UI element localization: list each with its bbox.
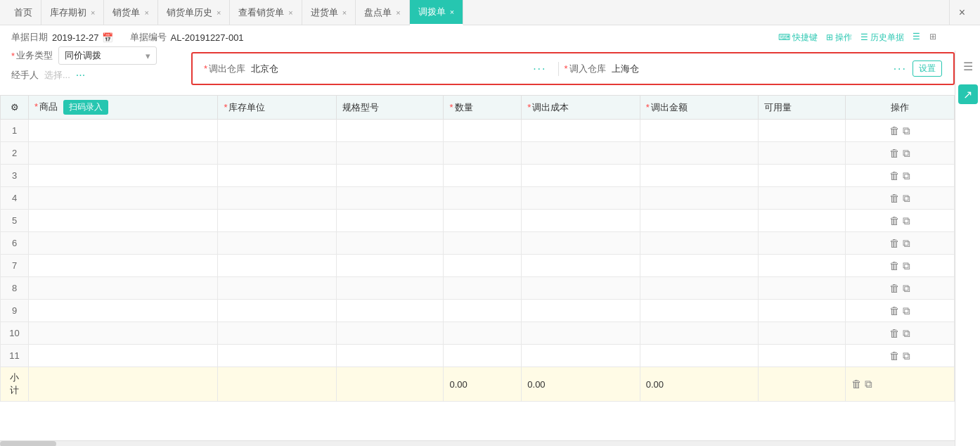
product-cell[interactable] bbox=[29, 232, 218, 255]
close-window-button[interactable]: × bbox=[949, 0, 974, 25]
delete-row-icon[interactable]: 🗑 bbox=[889, 282, 900, 294]
delete-row-icon[interactable]: 🗑 bbox=[889, 260, 900, 272]
spec-cell[interactable] bbox=[336, 277, 444, 300]
amount-cell[interactable] bbox=[640, 255, 758, 277]
product-cell[interactable] bbox=[29, 187, 218, 210]
copy-row-icon[interactable]: ⧉ bbox=[903, 170, 910, 182]
amount-cell[interactable] bbox=[640, 142, 758, 165]
unit-cell[interactable] bbox=[218, 210, 336, 232]
tab-transfer-order[interactable]: 调拨单 × bbox=[410, 0, 463, 25]
spec-cell[interactable] bbox=[336, 322, 444, 345]
avail-cell[interactable] bbox=[759, 300, 846, 322]
delete-row-icon[interactable]: 🗑 bbox=[889, 147, 900, 159]
avail-cell[interactable] bbox=[759, 187, 846, 210]
qty-cell[interactable] bbox=[444, 300, 522, 322]
scroll-thumb[interactable] bbox=[0, 441, 56, 446]
qty-cell[interactable] bbox=[444, 210, 522, 232]
scan-button[interactable]: 扫码录入 bbox=[63, 100, 108, 115]
unit-cell[interactable] bbox=[218, 300, 336, 322]
product-cell[interactable] bbox=[29, 255, 218, 277]
cost-cell[interactable] bbox=[522, 165, 640, 187]
warehouse-out-more-button[interactable]: ··· bbox=[527, 63, 552, 75]
copy-row-icon[interactable]: ⧉ bbox=[903, 215, 910, 227]
amount-cell[interactable] bbox=[640, 165, 758, 187]
cost-cell[interactable] bbox=[522, 232, 640, 255]
layout-grid-icon[interactable]: ⊞ bbox=[929, 32, 943, 43]
avail-cell[interactable] bbox=[759, 165, 846, 187]
qty-cell[interactable] bbox=[444, 165, 522, 187]
copy-row-icon[interactable]: ⧉ bbox=[903, 260, 910, 272]
avail-cell[interactable] bbox=[759, 232, 846, 255]
qty-cell[interactable] bbox=[444, 232, 522, 255]
tab-purchase-order[interactable]: 进货单 × bbox=[302, 0, 356, 25]
scroll-indicator[interactable] bbox=[0, 440, 955, 446]
unit-cell[interactable] bbox=[218, 345, 336, 367]
delete-row-icon[interactable]: 🗑 bbox=[889, 215, 900, 227]
spec-cell[interactable] bbox=[336, 165, 444, 187]
spec-cell[interactable] bbox=[336, 142, 444, 165]
spec-cell[interactable] bbox=[336, 255, 444, 277]
delete-row-icon[interactable]: 🗑 bbox=[889, 170, 900, 181]
copy-row-icon[interactable]: ⧉ bbox=[903, 327, 910, 340]
qty-cell[interactable] bbox=[444, 322, 522, 345]
amount-cell[interactable] bbox=[640, 277, 758, 300]
warehouse-in-more-button[interactable]: ··· bbox=[888, 63, 913, 75]
unit-cell[interactable] bbox=[218, 255, 336, 277]
amount-cell[interactable] bbox=[640, 300, 758, 322]
avail-cell[interactable] bbox=[759, 120, 846, 142]
cost-cell[interactable] bbox=[522, 120, 640, 142]
tab-home[interactable]: 首页 bbox=[6, 0, 41, 25]
delete-row-icon[interactable]: 🗑 bbox=[889, 305, 900, 317]
product-cell[interactable] bbox=[29, 277, 218, 300]
close-transfer-order[interactable]: × bbox=[450, 8, 454, 16]
product-cell[interactable] bbox=[29, 210, 218, 232]
right-panel-list-icon[interactable]: ☰ bbox=[958, 56, 978, 76]
copy-row-icon[interactable]: ⧉ bbox=[903, 282, 910, 295]
avail-cell[interactable] bbox=[759, 142, 846, 165]
cost-cell[interactable] bbox=[522, 142, 640, 165]
copy-row-icon[interactable]: ⧉ bbox=[903, 237, 910, 250]
spec-cell[interactable] bbox=[336, 345, 444, 367]
avail-cell[interactable] bbox=[759, 345, 846, 367]
layout-list-icon[interactable]: ☰ bbox=[913, 32, 927, 43]
spec-cell[interactable] bbox=[336, 120, 444, 142]
subtotal-delete-icon[interactable]: 🗑 bbox=[851, 378, 862, 390]
amount-cell[interactable] bbox=[640, 120, 758, 142]
amount-cell[interactable] bbox=[640, 322, 758, 345]
avail-cell[interactable] bbox=[759, 277, 846, 300]
unit-cell[interactable] bbox=[218, 187, 336, 210]
unit-cell[interactable] bbox=[218, 165, 336, 187]
qty-cell[interactable] bbox=[444, 277, 522, 300]
copy-row-icon[interactable]: ⧉ bbox=[903, 125, 910, 137]
unit-cell[interactable] bbox=[218, 277, 336, 300]
product-cell[interactable] bbox=[29, 322, 218, 345]
cost-cell[interactable] bbox=[522, 300, 640, 322]
cost-cell[interactable] bbox=[522, 277, 640, 300]
history-order-button[interactable]: ☰ 历史单据 bbox=[860, 32, 904, 44]
spec-cell[interactable] bbox=[336, 210, 444, 232]
unit-cell[interactable] bbox=[218, 142, 336, 165]
qty-cell[interactable] bbox=[444, 120, 522, 142]
cost-cell[interactable] bbox=[522, 255, 640, 277]
close-purchase-order[interactable]: × bbox=[342, 8, 347, 17]
product-cell[interactable] bbox=[29, 345, 218, 367]
tab-inventory-check[interactable]: 盘点单 × bbox=[356, 0, 409, 25]
delete-row-icon[interactable]: 🗑 bbox=[889, 237, 900, 249]
unit-cell[interactable] bbox=[218, 322, 336, 345]
close-inventory-check[interactable]: × bbox=[396, 8, 400, 17]
delete-row-icon[interactable]: 🗑 bbox=[889, 327, 900, 339]
gear-header[interactable]: ⚙ bbox=[1, 96, 29, 120]
unit-cell[interactable] bbox=[218, 232, 336, 255]
settings-button[interactable]: 设置 bbox=[913, 60, 942, 77]
delete-row-icon[interactable]: 🗑 bbox=[889, 125, 900, 136]
avail-cell[interactable] bbox=[759, 255, 846, 277]
cost-cell[interactable] bbox=[522, 345, 640, 367]
amount-cell[interactable] bbox=[640, 210, 758, 232]
biz-type-select[interactable]: 同价调拨 ▾ bbox=[58, 46, 157, 65]
unit-cell[interactable] bbox=[218, 120, 336, 142]
close-inventory-init[interactable]: × bbox=[91, 8, 95, 17]
subtotal-copy-icon[interactable]: ⧉ bbox=[865, 378, 872, 390]
calendar-icon[interactable]: 📅 bbox=[102, 32, 113, 43]
avail-cell[interactable] bbox=[759, 210, 846, 232]
cost-cell[interactable] bbox=[522, 322, 640, 345]
